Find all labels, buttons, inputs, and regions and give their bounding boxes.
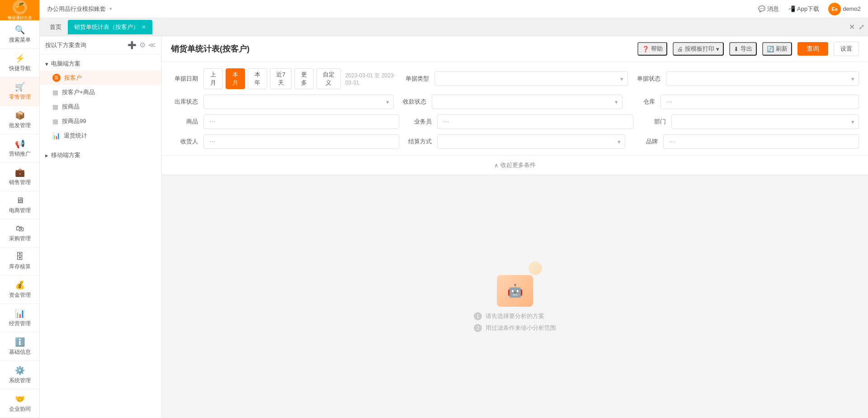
sidebar-item-purchase-label: 采购管理 <box>2 235 38 242</box>
sidebar: 🍊 畅捷通好生意 🔍 搜索菜单 ⚡ 快捷导航 🛒 零售管理 📦 批发管理 📢 营… <box>0 0 40 418</box>
left-panel-header: 按以下方案查询 ➕ ⚙ ≪ <box>40 36 161 54</box>
add-scheme-icon[interactable]: ➕ <box>127 41 137 49</box>
scheme-item-by-customer[interactable]: 客 按客户 <box>40 71 161 85</box>
tab-home[interactable]: 首页 <box>43 20 68 34</box>
print-icon: 🖨 <box>677 46 683 52</box>
tab-expand-icon[interactable]: ⤢ <box>859 23 864 31</box>
system-icon: ⚙️ <box>2 366 38 375</box>
app-download-button[interactable]: 📲 App下载 <box>788 5 819 13</box>
date-btn-this-month[interactable]: 本月 <box>226 68 245 89</box>
collapse-scheme-icon[interactable]: ≪ <box>148 41 156 49</box>
collapse-button[interactable]: ∧ 收起更多条件 <box>489 159 541 171</box>
brand-dots[interactable]: ··· <box>667 138 677 146</box>
date-btn-this-year[interactable]: 本年 <box>248 68 267 89</box>
scheme-group-mobile[interactable]: ▸ 移动端方案 <box>40 148 161 162</box>
export-button[interactable]: ⬇ 导出 <box>729 42 757 56</box>
export-icon: ⬇ <box>734 46 739 52</box>
doc-type-select[interactable] <box>434 71 627 86</box>
goods-label: 商品 <box>171 118 198 126</box>
basic-icon: ℹ️ <box>2 337 38 347</box>
user-profile[interactable]: Ea demo2 <box>828 3 861 15</box>
salesperson-control: ··· <box>437 114 633 129</box>
goods-dots[interactable]: ··· <box>208 118 217 126</box>
sidebar-item-retail-label: 零售管理 <box>2 93 38 101</box>
scheme-item-by-customer-goods[interactable]: ▦ 按客户+商品 <box>40 85 161 100</box>
date-btn-7days[interactable]: 近7天 <box>270 68 292 89</box>
date-btn-last-month[interactable]: 上月 <box>203 68 223 89</box>
warehouse-control: ··· <box>660 95 859 109</box>
receiver-dots[interactable]: ··· <box>208 138 217 146</box>
date-btn-more[interactable]: 更多 <box>294 68 314 89</box>
empty-illustration: 🤖 <box>488 261 542 307</box>
sidebar-item-purchase[interactable]: 🛍 采购管理 <box>0 219 40 247</box>
sidebar-item-system[interactable]: ⚙️ 系统管理 <box>0 361 40 390</box>
industry-dropdown-arrow[interactable]: ▾ <box>109 6 112 12</box>
out-status-wrapper <box>203 95 394 109</box>
scheme-item-by-goods[interactable]: ▦ 按商品 <box>40 100 161 114</box>
sidebar-item-wholesale[interactable]: 📦 批发管理 <box>0 106 40 134</box>
scheme-item-by-customer-label: 按客户 <box>64 74 82 82</box>
query-button[interactable]: 查询 <box>797 42 828 56</box>
tab-close-icon[interactable]: ✕ <box>142 24 146 30</box>
filter-row-2: 出库状态 收款状态 仓库 ··· <box>171 95 859 109</box>
print-label: 按模板打印 <box>685 45 714 53</box>
warehouse-dots[interactable]: ··· <box>665 98 674 106</box>
help-icon: ❓ <box>642 46 649 52</box>
enterprise-icon: 🤝 <box>2 394 38 404</box>
settings-scheme-icon[interactable]: ⚙ <box>139 41 146 49</box>
scheme-item-by-goods-99[interactable]: ▦ 按商品99 <box>40 114 161 128</box>
sidebar-item-basic[interactable]: ℹ️ 基础信息 <box>0 332 40 361</box>
out-status-select[interactable] <box>203 95 394 109</box>
refresh-button[interactable]: 🔄 刷新 <box>762 42 792 56</box>
scheme-section-desktop: ▾ 电脑端方案 客 按客户 ▦ 按客户+商品 ▦ 按商品 ▦ 按商品99 <box>40 54 161 146</box>
right-panel: 销货单统计表(按客户) ❓ 帮助 🖨 按模板打印 ▾ ⬇ <box>162 36 868 418</box>
date-btn-custom[interactable]: 自定义 <box>316 68 340 89</box>
scheme-item-return-stat-label: 退货统计 <box>64 132 87 140</box>
sidebar-item-finance-label: 资金管理 <box>2 291 38 299</box>
sidebar-item-search[interactable]: 🔍 搜索菜单 <box>0 20 40 49</box>
receipt-status-select[interactable] <box>432 95 622 109</box>
chart-icon-2: ▦ <box>52 103 58 110</box>
settings-button[interactable]: 设置 <box>834 42 859 56</box>
message-button[interactable]: 💬 消息 <box>758 5 779 13</box>
sidebar-item-enterprise[interactable]: 🤝 企业协同 <box>0 390 40 418</box>
sidebar-item-retail[interactable]: 🛒 零售管理 <box>0 77 40 106</box>
top-header: 办公用品行业模拟账套 ▾ 💬 消息 📲 App下载 Ea demo2 <box>40 0 868 18</box>
sidebar-item-quicknav[interactable]: ⚡ 快捷导航 <box>0 49 40 77</box>
sidebar-item-inventory[interactable]: 🗄 库存核算 <box>0 247 40 276</box>
header-right: 💬 消息 📲 App下载 Ea demo2 <box>758 3 861 15</box>
tab-close-all-icon[interactable]: ✕ <box>849 23 855 31</box>
sidebar-item-finance[interactable]: 💰 资金管理 <box>0 276 40 304</box>
logo-icon: 🍊 <box>13 0 27 14</box>
step-1-label: 请先选择要分析的方案 <box>486 312 544 320</box>
marketing-icon: 📢 <box>2 139 38 149</box>
sidebar-item-sales[interactable]: 💼 销售管理 <box>0 163 40 191</box>
empty-steps: 1 请先选择要分析的方案 2 用过滤条件来缩小分析范围 <box>474 312 556 332</box>
scheme-group-desktop-label: 电脑端方案 <box>51 60 80 68</box>
filter-row-1: 单据日期 上月 本月 本年 近7天 更多 自定义 2023-03-01 至 20… <box>171 68 859 89</box>
sidebar-item-operation[interactable]: 📊 经营管理 <box>0 304 40 332</box>
salesperson-dots[interactable]: ··· <box>441 118 451 126</box>
tab-bar-actions: ✕ ⤢ <box>849 23 864 31</box>
goods-control: ··· <box>203 114 399 129</box>
sidebar-item-marketing[interactable]: 📢 营销推广 <box>0 134 40 163</box>
refresh-label: 刷新 <box>776 45 788 53</box>
ecommerce-icon: 🖥 <box>2 196 38 205</box>
app-download-icon: 📲 <box>788 5 795 12</box>
empty-box: 🤖 <box>497 275 533 307</box>
scheme-item-return-stat[interactable]: 📊 退货统计 <box>40 128 161 143</box>
sidebar-item-operation-label: 经营管理 <box>2 320 38 328</box>
filter-area: 单据日期 上月 本月 本年 近7天 更多 自定义 2023-03-01 至 20… <box>162 62 868 156</box>
department-wrapper <box>671 114 859 129</box>
scheme-group-desktop[interactable]: ▾ 电脑端方案 <box>40 57 161 71</box>
tab-sales-stat[interactable]: 销货单统计表（按客户） ✕ <box>68 20 152 34</box>
print-button[interactable]: 🖨 按模板打印 ▾ <box>673 42 724 56</box>
warehouse-label: 仓库 <box>628 98 655 106</box>
sidebar-item-ecommerce[interactable]: 🖥 电商管理 <box>0 191 40 219</box>
page-title: 销货单统计表(按客户) <box>171 43 250 54</box>
doc-type-wrapper <box>434 71 627 86</box>
department-select[interactable] <box>671 114 859 129</box>
help-button[interactable]: ❓ 帮助 <box>637 42 667 56</box>
doc-status-select[interactable] <box>666 71 859 86</box>
payment-select[interactable] <box>437 134 625 149</box>
